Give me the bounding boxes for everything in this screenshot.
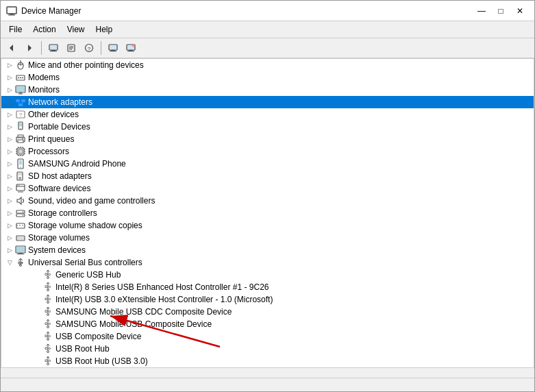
svg-rect-109	[45, 347, 47, 350]
tree-item-print[interactable]: ▷ Print queues	[1, 133, 534, 145]
computer-button-2[interactable]	[105, 40, 121, 56]
tree-item-usb-samsung-comp[interactable]: ▷ SAMSUNG Mobile USB Composite Device	[1, 318, 534, 330]
tree-item-usb-intel8[interactable]: ▷ Intel(R) 8 Series USB Enhanced Host Co…	[1, 281, 534, 293]
expand-sdhost[interactable]: ▷	[4, 171, 15, 182]
tree-item-usb-root30[interactable]: ▷ USB Root Hub (USB 3.0)	[1, 355, 534, 367]
usb-root30-label: USB Root Hub (USB 3.0)	[55, 356, 148, 366]
usb-intel8-label: Intel(R) 8 Series USB Enhanced Host Cont…	[55, 282, 269, 292]
usb-intel8-icon	[42, 282, 53, 293]
portable-icon	[15, 121, 26, 132]
properties-button[interactable]	[63, 40, 79, 56]
expand-processors[interactable]: ▷	[4, 146, 15, 157]
tree-item-usb-intel30[interactable]: ▷ Intel(R) USB 3.0 eXtensible Host Contr…	[1, 293, 534, 306]
tree-item-usb-root1[interactable]: ▷ USB Root Hub	[1, 343, 534, 355]
expand-monitors[interactable]: ▷	[4, 84, 15, 95]
tree-item-usb[interactable]: ▽ Universal Serial Bus controllers	[1, 256, 534, 269]
expand-storagevol[interactable]: ▷	[4, 232, 15, 243]
svg-point-75	[18, 185, 19, 186]
title-bar: Device Manager — □ ✕	[1, 1, 534, 21]
expand-portable[interactable]: ▷	[4, 121, 15, 132]
expand-samsung[interactable]: ▷	[4, 158, 15, 169]
tree-item-other[interactable]: ▷ ? Other devices	[1, 108, 534, 121]
tree-item-portable[interactable]: ▷ Portable Devices	[1, 121, 534, 133]
expand-other[interactable]: ▷	[4, 109, 15, 120]
tree-item-storage[interactable]: ▷ Storage controllers	[1, 207, 534, 219]
svg-rect-7	[50, 51, 57, 51]
svg-rect-18	[110, 45, 116, 49]
svg-point-23	[132, 45, 135, 47]
expand-print[interactable]: ▷	[4, 134, 15, 145]
tree-item-software[interactable]: ▷ Software devices	[1, 182, 534, 195]
usb-intel30-icon	[42, 294, 53, 305]
svg-rect-8	[50, 45, 57, 49]
computer-button-1[interactable]	[45, 40, 62, 56]
tree-item-sound[interactable]: ▷ Sound, video and game controllers	[1, 195, 534, 207]
expand-modems[interactable]: ▷	[4, 72, 15, 83]
expand-network[interactable]: ▷	[4, 97, 15, 108]
usb-samsung-comp-label: SAMSUNG Mobile USB Composite Device	[55, 319, 212, 329]
computer-button-3[interactable]	[123, 40, 139, 56]
expand-storage[interactable]: ▷	[4, 208, 15, 219]
tree-item-usb-samsung-cdc[interactable]: ▷ SAMSUNG Mobile USB CDC Composite Devic…	[1, 306, 534, 318]
svg-rect-69	[18, 173, 22, 175]
tree-item-samsung[interactable]: ▷ SAMSUNG Android Phone	[1, 158, 534, 170]
content-wrapper: ▷ Mice and other pointing devices ▷	[1, 58, 534, 378]
svg-marker-4	[28, 45, 32, 51]
expand-sound[interactable]: ▷	[4, 195, 15, 206]
back-button[interactable]	[3, 40, 20, 56]
expand-storagevolshadow[interactable]: ▷	[4, 220, 15, 231]
tree-item-usb-generic[interactable]: ▷ Generic USB Hub	[1, 269, 534, 281]
software-label: Software devices	[28, 184, 90, 193]
sdhost-label: SD host adapters	[28, 171, 92, 181]
svg-point-98	[49, 298, 50, 299]
svg-point-107	[49, 335, 50, 336]
svg-rect-106	[45, 335, 47, 337]
minimize-button[interactable]: —	[473, 4, 490, 18]
tree-item-usb-composite[interactable]: ▷ USB Composite Device	[1, 330, 534, 343]
usb-root30-icon	[42, 356, 53, 367]
expand-system[interactable]: ▷	[4, 245, 15, 256]
tree-item-sdhost[interactable]: ▷ SD host adapters	[1, 170, 534, 182]
system-icon	[15, 245, 26, 256]
help-button[interactable]: ?	[81, 40, 97, 56]
tree-item-system[interactable]: ▷ System devices	[1, 244, 534, 256]
menu-action[interactable]: Action	[27, 23, 61, 36]
toolbar: ?	[1, 38, 534, 58]
menu-file[interactable]: File	[3, 23, 27, 36]
device-tree[interactable]: ▷ Mice and other pointing devices ▷	[1, 58, 534, 368]
svg-point-29	[18, 77, 19, 79]
tree-item-processors[interactable]: ▷	[1, 145, 534, 158]
tree-item-mice[interactable]: ▷ Mice and other pointing devices	[1, 59, 534, 71]
usb-generic-label: Generic USB Hub	[55, 270, 121, 280]
tree-item-storagevol[interactable]: ▷ Storage volumes	[1, 232, 534, 244]
monitors-label: Monitors	[28, 85, 60, 95]
title-controls: — □ ✕	[473, 4, 529, 18]
processors-icon	[15, 146, 26, 157]
menu-help[interactable]: Help	[90, 23, 119, 36]
tree-item-network[interactable]: ▷ Network adapters	[1, 96, 534, 108]
tree-item-modems[interactable]: ▷ Modems	[1, 71, 534, 84]
svg-point-111	[47, 351, 49, 353]
svg-point-113	[49, 360, 50, 361]
modems-label: Modems	[28, 73, 60, 82]
expand-mice[interactable]: ▷	[4, 60, 15, 71]
close-button[interactable]: ✕	[511, 4, 529, 18]
svg-point-108	[47, 339, 49, 341]
forward-button[interactable]	[21, 40, 38, 56]
menu-bar: File Action View Help	[1, 21, 534, 38]
svg-rect-17	[110, 51, 116, 51]
print-label: Print queues	[28, 134, 74, 144]
maximize-button[interactable]: □	[492, 4, 510, 18]
menu-view[interactable]: View	[62, 23, 90, 36]
tree-item-monitors[interactable]: ▷ Monitors	[1, 84, 534, 96]
toolbar-separator-1	[41, 41, 42, 55]
tree-item-storagevolshadow[interactable]: ▷ Storage volume shadow copies	[1, 219, 534, 232]
usb-intel30-label: Intel(R) USB 3.0 eXtensible Host Control…	[55, 295, 273, 304]
system-label: System devices	[28, 245, 86, 255]
expand-software[interactable]: ▷	[4, 183, 15, 194]
other-icon: ?	[15, 109, 26, 120]
usb-root1-icon	[42, 343, 53, 354]
svg-rect-100	[45, 310, 47, 313]
usb-composite-label: USB Composite Device	[55, 332, 141, 341]
expand-usb[interactable]: ▽	[4, 257, 15, 268]
